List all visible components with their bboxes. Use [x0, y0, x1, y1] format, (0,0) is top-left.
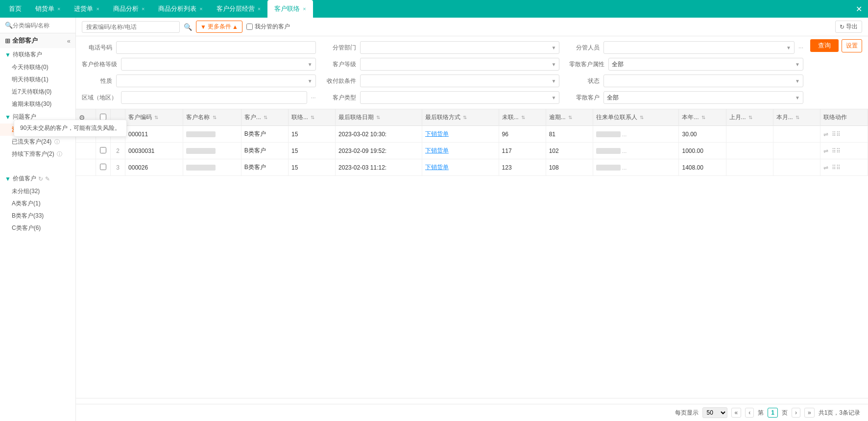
- tab-customer-contact[interactable]: 客户联络 ×: [267, 0, 313, 18]
- more-dots[interactable]: ···: [311, 94, 316, 101]
- contact-icon[interactable]: ⇌: [823, 131, 828, 138]
- select-all-checkbox[interactable]: [100, 114, 106, 120]
- last-way-link[interactable]: 下销货单: [425, 130, 449, 137]
- customer-type-select[interactable]: ▼: [360, 91, 560, 104]
- row-last-month: [726, 143, 773, 159]
- row-action: ⇌ ⠿⠿: [820, 126, 868, 143]
- sidebar-group-pending[interactable]: ▼ 待联络客户: [0, 48, 75, 61]
- tab-purchase[interactable]: 进货单 ×: [67, 0, 106, 18]
- col-last-month: 上月... ⇅: [726, 109, 773, 126]
- row-num: 2: [111, 143, 125, 159]
- col-this-year: 本年... ⇅: [679, 109, 726, 126]
- last-way-link[interactable]: 下销货单: [425, 164, 449, 171]
- sort-icon: ⇅: [640, 115, 644, 120]
- sidebar-item-overdue[interactable]: 逾期未联络(30): [0, 98, 75, 110]
- sidebar-item-churned[interactable]: 已流失客户(24) ⓘ: [0, 136, 75, 148]
- more-action-icon[interactable]: ⠿⠿: [832, 148, 841, 154]
- last-page-button[interactable]: »: [804, 408, 815, 418]
- dept-select[interactable]: ▼: [360, 41, 560, 54]
- close-icon[interactable]: ×: [96, 6, 99, 12]
- phone-input[interactable]: [116, 41, 316, 54]
- close-icon[interactable]: ×: [303, 6, 306, 12]
- close-icon[interactable]: ×: [199, 6, 202, 12]
- sort-icon: ⇅: [154, 115, 158, 120]
- prev-page-button[interactable]: ‹: [745, 408, 754, 418]
- customer-level-select[interactable]: ▼: [360, 58, 560, 71]
- row-gear-cell: [76, 159, 96, 176]
- more-action-icon[interactable]: ⠿⠿: [832, 164, 841, 171]
- contact-icon[interactable]: ⇌: [823, 164, 828, 171]
- row-checkbox[interactable]: [100, 164, 106, 170]
- tab-product-analysis-list[interactable]: 商品分析列表 ×: [151, 0, 209, 18]
- sidebar-group-value[interactable]: ▼ 价值客户 ↻ ✎: [0, 172, 75, 185]
- page-size-select[interactable]: 50 100 200: [702, 407, 727, 418]
- row-last-date: 2023-02-03 11:12:: [336, 159, 422, 176]
- more-dots[interactable]: ···: [798, 44, 803, 51]
- arrow-icon: ▼: [5, 175, 11, 182]
- row-uncontact: 117: [499, 143, 546, 159]
- payment-select[interactable]: ▼: [360, 74, 560, 87]
- tab-product-analysis[interactable]: 商品分析 ×: [106, 0, 151, 18]
- zero-customer-select[interactable]: 全部 ▼: [603, 91, 803, 104]
- sidebar-item-ungrouped[interactable]: 未分组(32): [0, 185, 75, 198]
- more-conditions-button[interactable]: ▼ 更多条件 ▲: [196, 21, 242, 33]
- price-level-select[interactable]: ▼: [121, 58, 316, 71]
- first-page-button[interactable]: «: [731, 408, 742, 418]
- search-input[interactable]: [82, 21, 180, 33]
- my-customers-check[interactable]: [246, 24, 253, 30]
- nature-select[interactable]: ▼: [116, 74, 316, 87]
- window-close-button[interactable]: ✕: [852, 4, 866, 14]
- customer-table: ⚙ 客户编码 ⇅ 客户名称 ⇅: [76, 109, 868, 176]
- more-action-icon[interactable]: ⠿⠿: [832, 131, 841, 138]
- zero-attr-select[interactable]: 全部 ▼: [608, 58, 803, 71]
- sidebar-item-a-class[interactable]: A类客户(1): [0, 198, 75, 210]
- manager-select[interactable]: ▼: [603, 41, 795, 54]
- col-last-way: 最后联络方式 ⇅: [422, 109, 499, 126]
- last-way-link[interactable]: 下销货单: [425, 147, 449, 154]
- sidebar-item-c-class[interactable]: C类客户(6): [0, 222, 75, 234]
- horizontal-scrollbar[interactable]: [76, 398, 868, 404]
- edit-icon[interactable]: ✎: [45, 175, 50, 182]
- col-uncontact: 未联... ⇅: [499, 109, 546, 126]
- export-button[interactable]: ↻ 导出: [835, 21, 862, 33]
- col-last-date: 最后联络日期 ⇅: [336, 109, 422, 126]
- search-button[interactable]: 🔍: [184, 23, 192, 31]
- field-customer-type: 客户类型 ▼: [326, 91, 560, 104]
- current-page: 1: [768, 408, 778, 418]
- refresh-icon[interactable]: ↻: [38, 175, 43, 182]
- contact-icon[interactable]: ⇌: [823, 148, 828, 154]
- sidebar-item-today[interactable]: 今天待联络(0): [0, 61, 75, 74]
- arrow-icon: ▼: [5, 114, 11, 121]
- sidebar-root[interactable]: ⊞ 全部客户 «: [0, 33, 75, 48]
- settings-button[interactable]: 设置: [842, 39, 862, 52]
- close-icon[interactable]: ×: [57, 6, 60, 12]
- query-button[interactable]: 查询: [810, 39, 839, 52]
- tab-customer-tier[interactable]: 客户分层经营 ×: [210, 0, 267, 18]
- tab-home[interactable]: 首页: [2, 0, 28, 18]
- field-manager: 分管人员 ▼ ···: [569, 41, 803, 54]
- region-select[interactable]: [121, 91, 307, 104]
- sidebar-item-tomorrow[interactable]: 明天待联络(1): [0, 74, 75, 86]
- filter-icon: ▼: [200, 24, 206, 30]
- close-icon[interactable]: ×: [142, 6, 145, 12]
- my-customers-checkbox[interactable]: 我分管的客户: [246, 23, 290, 31]
- row-unit-contact: ...: [593, 143, 679, 159]
- sidebar-item-b-class[interactable]: B类客户(33): [0, 210, 75, 222]
- sidebar-item-declining[interactable]: 持续下滑客户(2) ⓘ: [0, 148, 75, 160]
- sidebar-item-7days[interactable]: 近7天待联络(0): [0, 86, 75, 98]
- collapse-icon[interactable]: «: [67, 37, 71, 45]
- next-page-button[interactable]: ›: [792, 408, 800, 418]
- sort-icon: ⇅: [568, 115, 572, 120]
- row-this-month: [773, 143, 820, 159]
- chevron-down-icon: ▼: [795, 78, 800, 84]
- close-icon[interactable]: ×: [258, 6, 261, 12]
- status-select[interactable]: ▼: [603, 74, 803, 87]
- row-last-date: 2023-02-09 19:52:: [336, 143, 422, 159]
- row-checkbox[interactable]: [100, 147, 106, 153]
- row-name: [183, 159, 241, 176]
- sidebar-search-input[interactable]: [13, 22, 76, 29]
- row-last-way: 下销货单: [422, 159, 499, 176]
- tooltip-box: 90天未交易的客户，可能有流失风险。: [14, 120, 76, 137]
- tab-sales[interactable]: 销货单 ×: [28, 0, 67, 18]
- row-unit-contact: ...: [593, 126, 679, 143]
